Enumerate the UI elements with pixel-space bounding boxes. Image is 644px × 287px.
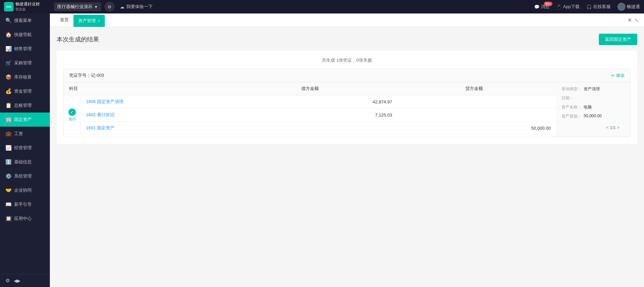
gear-icon: ⚙ [108,4,112,9]
home-icon: 🏠 [5,32,11,38]
close-window-icon[interactable]: ✕ [627,17,632,23]
app-download-item[interactable]: 📱 App下载 [556,4,580,10]
credit-1 [398,98,556,105]
expand-icon[interactable]: ⤡ [635,18,639,23]
tab-home[interactable]: 首页 [55,13,73,27]
app-center-icon: 🔲 [5,216,11,222]
sidebar-item-search[interactable]: 🔍 搜索菜单 [0,13,50,28]
tab-close-icon[interactable]: × [98,19,100,23]
sidebar-label-search: 搜索菜单 [14,18,32,24]
credit-3: 50,000.00 [398,122,556,134]
account-3: 1601 固定资产 [81,122,239,134]
asset-name-label: 资产名称： [561,104,582,110]
sidebar-item-enterprise[interactable]: 🤝 企业协同 [0,183,50,197]
pagination: < 1/1 > [561,123,625,133]
window-controls: ✕ ⤡ [627,17,639,23]
sidebar-label-sales: 销售管理 [14,46,32,52]
payroll-icon: 💼 [5,131,11,137]
return-button[interactable]: 返回固定资产 [599,34,637,45]
sidebar-label-enterprise: 企业协同 [14,187,32,193]
experience-btn[interactable]: ☁ 我要体验一下 [120,4,153,10]
enterprise-icon: 🤝 [5,187,11,193]
sidebar-item-fixed-assets[interactable]: 🏢 固定资产 [0,113,50,127]
sidebar-item-system[interactable]: ⚙️ 系统管理 [0,169,50,183]
page-title: 本次生成的结果 [57,35,99,43]
company-selector[interactable]: 医疗器械行业演示 ▼ [54,2,101,11]
user-menu[interactable]: 👤 畅捷通 [617,3,640,11]
inventory-icon: 📦 [5,74,11,80]
side-info-panel: 变动类型： 资产清理 日期： 资产名称： 电脑 [556,82,630,137]
voucher-body: 科目 借方金额 贷方金额 ✓ 成功 [64,82,630,137]
prev-page[interactable]: < [606,125,609,130]
voucher-number: 凭证字号：记-003 [69,72,104,78]
change-type-row: 变动类型： 资产清理 [561,86,625,92]
sidebar-label-basic-info: 基础信息 [14,159,32,165]
top-header: AtA 畅捷通好业财 普及版 医疗器械行业演示 ▼ ⚙ ☁ 我要体验一下 💬 消… [0,0,644,13]
summary-text: 共生成 1张凭证，0张失败 [63,57,631,63]
sidebar-item-quick-nav[interactable]: 🏠 快捷导航 [0,28,50,42]
asset-name-row: 资产名称： 电脑 [561,104,625,110]
sidebar-item-payroll[interactable]: 💼 工资 [0,127,50,141]
header-right: 💬 消息 99+ 📱 App下载 🎧 在线客服 👤 畅捷通 [534,3,640,11]
messages-badge: 99+ [544,2,552,6]
logo-sub: 普及版 [16,7,40,12]
sidebar-item-inventory[interactable]: 📦 库存核算 [0,70,50,84]
sales-icon: 📊 [5,46,11,52]
user-icon: 👤 [619,5,623,9]
logo-area: AtA 畅捷通好业财 普及版 [4,2,54,12]
sidebar-item-ledger[interactable]: 📋 总账管理 [0,98,50,113]
debit-1: 42,874.97 [239,96,397,108]
purchase-icon: 🛒 [5,60,11,66]
sidebar-item-app-center[interactable]: 🔲 应用中心 [0,212,50,226]
bottom-settings-icon[interactable]: ⚙ [5,278,10,284]
sidebar-label-management: 经营管理 [14,145,32,151]
edit-button[interactable]: ✏ 修改 [611,72,625,78]
settings-button[interactable]: ⚙ [104,2,115,12]
table-row-1: 1606 固定资产清理 42,874.97 [81,95,556,108]
status-icon-area: ✓ 成功 [64,95,81,134]
status-label: 成功 [68,117,76,122]
sidebar-label-finance: 资金管理 [14,88,32,94]
tab-asset-management[interactable]: 资产管理 × [73,15,105,27]
messages-item[interactable]: 💬 消息 99+ [534,4,550,10]
sidebar-item-purchase[interactable]: 🛒 采购管理 [0,56,50,70]
success-check-icon: ✓ [68,108,76,116]
collapse-icon[interactable]: ◀▶ [14,278,21,283]
result-card: 共生成 1张凭证，0张失败 凭证字号：记-003 ✏ 修改 [57,51,637,144]
sidebar-item-finance[interactable]: 💰 资金管理 [0,84,50,98]
sidebar-label-guide: 新手引导 [14,201,32,208]
col-account: 科目 [64,82,228,95]
voucher-table-area: 科目 借方金额 贷方金额 ✓ 成功 [64,82,556,137]
asset-value-label: 资产原值： [561,114,582,119]
sidebar: 🔍 搜索菜单 🏠 快捷导航 📊 销售管理 🛒 采购管理 📦 库存核算 💰 资金管… [0,13,50,287]
avatar: 👤 [617,3,625,11]
sidebar-item-management[interactable]: 📈 经营管理 [0,141,50,155]
system-icon: ⚙️ [5,173,11,179]
content-area: 首页 资产管理 × ✕ ⤡ 本次生成的结果 返回固定资产 共生成 1张凭证，0张… [50,13,644,287]
change-type-value: 资产清理 [584,86,600,92]
sidebar-item-sales[interactable]: 📊 销售管理 [0,42,50,56]
rows-container: 1606 固定资产清理 42,874.97 1602 累计折旧 7,125.03 [81,95,556,134]
col-debit: 借方金额 [228,82,392,95]
management-icon: 📈 [5,145,11,151]
main-layout: 🔍 搜索菜单 🏠 快捷导航 📊 销售管理 🛒 采购管理 📦 库存核算 💰 资金管… [0,13,644,287]
asset-value-row: 资产原值： 50,000.00 [561,114,625,119]
voucher-header: 凭证字号：记-003 ✏ 修改 [64,69,630,82]
table-row-2: 1602 累计折旧 7,125.03 [81,108,556,122]
sidebar-label-purchase: 采购管理 [14,60,32,66]
online-service-item[interactable]: 🎧 在线客服 [586,4,611,10]
table-row-3: 1601 固定资产 50,000.00 [81,122,556,134]
col-credit: 贷方金额 [392,82,556,95]
next-page[interactable]: > [617,125,619,130]
finance-icon: 💰 [5,88,11,94]
sidebar-label-app-center: 应用中心 [14,216,32,222]
sidebar-item-basic-info[interactable]: ℹ️ 基础信息 [0,155,50,169]
asset-value-value: 50,000.00 [584,114,602,119]
page-indicator: 1/1 [610,125,616,130]
date-label: 日期： [561,95,574,101]
sidebar-item-guide[interactable]: 📖 新手引导 [0,197,50,212]
sidebar-label-payroll: 工资 [14,131,23,137]
date-row: 日期： [561,95,625,101]
tab-bar: 首页 资产管理 × ✕ ⤡ [50,13,644,27]
download-icon: 📱 [556,4,562,9]
